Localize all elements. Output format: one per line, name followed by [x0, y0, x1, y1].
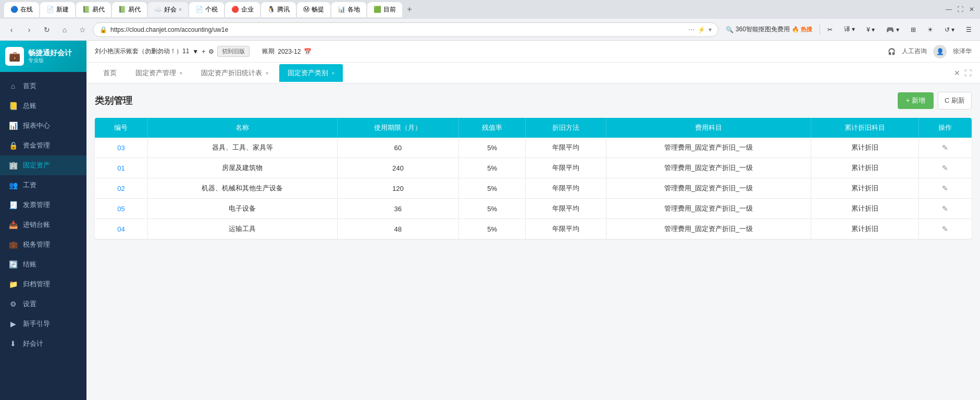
settings-header-icon[interactable]: ⚙ [208, 48, 214, 55]
game-tool[interactable]: 🎮 ▾ [882, 22, 903, 37]
sidebar-item-closing[interactable]: 🔄 结账 [0, 254, 86, 274]
sidebar-item-invoice[interactable]: 🧾 发票管理 [0, 195, 86, 215]
browser-tab-muqian[interactable]: 🟩 目前 [367, 2, 402, 17]
refresh-nav-button[interactable]: ↻ [40, 22, 54, 37]
sidebar-item-funds[interactable]: 🔒 资金管理 [0, 136, 86, 155]
browser-tab-haohui[interactable]: ☁️ 好会 × [148, 2, 188, 17]
menu-button[interactable]: ☰ [962, 22, 976, 37]
tab-label: 腾讯 [277, 5, 290, 14]
switch-version-button[interactable]: 切到旧版 [217, 46, 250, 57]
scissors-tool[interactable]: ✂ [823, 22, 837, 37]
calendar-icon[interactable]: 📅 [304, 48, 312, 55]
cell-residual: 5% [458, 199, 526, 219]
search-bar[interactable]: 🔍 360智能抠图免费用 🔥 热搜 [722, 22, 816, 37]
tab-home[interactable]: 首页 [95, 64, 125, 82]
edit-icon[interactable]: ✎ [942, 225, 948, 233]
add-company-button[interactable]: + [202, 48, 205, 55]
browser-tab-qiye[interactable]: 🔴 企业 [225, 2, 260, 17]
maximize-window-button[interactable]: ⛶ [956, 5, 964, 14]
sidebar-item-home[interactable]: ⌂ 首页 [0, 76, 86, 96]
minimize-window-button[interactable]: — [945, 5, 953, 14]
close-window-button[interactable]: ✕ [967, 5, 976, 14]
browser-tab-yid2[interactable]: 📗 易代 [112, 2, 147, 17]
support-label[interactable]: 人工咨询 [902, 47, 927, 56]
currency-tool[interactable]: ¥ ▾ [862, 22, 879, 37]
cell-action[interactable]: ✎ [919, 138, 972, 158]
expand-tab-icon[interactable]: ⛶ [964, 69, 972, 77]
closing-icon: 🔄 [8, 260, 18, 269]
layout-tool[interactable]: ⊞ [907, 22, 920, 37]
bookmark-button[interactable]: ☆ [75, 22, 90, 37]
cell-name: 电子设备 [147, 199, 337, 219]
sun-tool[interactable]: ☀ [923, 22, 937, 37]
cell-action[interactable]: ✎ [919, 178, 972, 199]
tab-close-icon[interactable]: × [265, 70, 268, 76]
content-tabs: 首页 固定资产管理 × 固定资产折旧统计表 × 固定资产类别 × ✕ ⛶ [86, 63, 980, 83]
table-row: 01 房屋及建筑物 240 5% 年限平均 管理费用_固定资产折旧_一级 累计折… [95, 158, 972, 178]
tab-favicon: 🟩 [374, 6, 381, 13]
cell-action[interactable]: ✎ [919, 199, 972, 219]
browser-tab-tengxun[interactable]: 🐧 腾讯 [261, 2, 296, 17]
cell-accum: 累计折旧 [811, 219, 919, 239]
invoice-icon: 🧾 [8, 200, 18, 210]
sidebar-item-ledger[interactable]: 📒 总账 [0, 96, 86, 116]
cell-code[interactable]: 05 [95, 199, 147, 219]
sidebar-item-tax[interactable]: 💼 税务管理 [0, 235, 86, 254]
dropdown-arrow-icon: ▼ [192, 48, 199, 55]
refresh-button[interactable]: C 刷新 [938, 92, 972, 110]
sidebar-item-more[interactable]: ⬇ 好会计 [0, 334, 86, 354]
tab-close-icon[interactable]: × [179, 70, 182, 76]
sidebar-item-guide[interactable]: ▶ 新手引导 [0, 314, 86, 334]
app-header: 刘小艳演示账套（勿删勿动！）11 ▼ + ⚙ 切到旧版 账期 2023-12 📅… [86, 41, 980, 63]
sidebar-item-archive[interactable]: 📁 归档管理 [0, 274, 86, 294]
browser-tab-gedi[interactable]: 📊 各地 [331, 2, 366, 17]
browser-tab-zaix[interactable]: 🔵 在线 [4, 2, 39, 17]
sidebar-item-settings[interactable]: ⚙ 设置 [0, 294, 86, 314]
edit-icon[interactable]: ✎ [942, 164, 948, 172]
tab-label: 新建 [56, 5, 69, 14]
address-bar[interactable]: 🔒 https://cloud.chanjet.com/accounting/u… [93, 22, 718, 37]
home-nav-button[interactable]: ⌂ [57, 22, 72, 37]
browser-tab-geshui[interactable]: 📄 个税 [189, 2, 224, 17]
sidebar-item-label: 好会计 [23, 339, 43, 348]
cell-action[interactable]: ✎ [919, 219, 972, 239]
tab-asset-categories[interactable]: 固定资产类别 × [279, 64, 343, 82]
undo-tool[interactable]: ↺ ▾ [940, 22, 959, 37]
cell-code[interactable]: 01 [95, 158, 147, 178]
user-display-name: 徐泽华 [953, 47, 972, 56]
close-tab-icon[interactable]: ✕ [954, 69, 960, 77]
sidebar-item-label: 工资 [23, 180, 36, 190]
edit-icon[interactable]: ✎ [942, 143, 948, 152]
tab-favicon: Ⓜ [303, 5, 309, 14]
table-row: 02 机器、机械和其他生产设备 120 5% 年限平均 管理费用_固定资产折旧_… [95, 178, 972, 199]
translate-tool[interactable]: 译 ▾ [840, 22, 859, 37]
toolbar-divider [820, 25, 820, 35]
tab-close-icon[interactable]: × [179, 7, 182, 13]
stock-icon: 📥 [8, 220, 18, 229]
tab-depreciation-stats-label: 固定资产折旧统计表 [201, 68, 262, 78]
edit-icon[interactable]: ✎ [942, 204, 948, 213]
forward-button[interactable]: › [22, 22, 36, 37]
browser-tab-new[interactable]: 📄 新建 [40, 2, 75, 17]
settings-icon: ⚙ [8, 299, 18, 309]
add-category-button[interactable]: + 新增 [898, 92, 934, 109]
tab-depreciation-stats[interactable]: 固定资产折旧统计表 × [193, 64, 277, 82]
tab-favicon: 📗 [118, 6, 126, 13]
sidebar-item-label: 税务管理 [23, 240, 50, 249]
sidebar-item-fixed-assets[interactable]: 🏢 固定资产 [0, 155, 86, 175]
cell-code[interactable]: 03 [95, 138, 147, 158]
cell-action[interactable]: ✎ [919, 158, 972, 178]
tab-fixed-assets-mgmt[interactable]: 固定资产管理 × [127, 64, 191, 82]
sidebar-item-stock[interactable]: 📥 进销台账 [0, 215, 86, 235]
tab-close-icon[interactable]: × [331, 70, 334, 76]
browser-tab-changt[interactable]: Ⓜ 畅提 [297, 2, 330, 17]
cell-residual: 5% [458, 178, 526, 199]
browser-tab-yid1[interactable]: 📗 易代 [76, 2, 111, 17]
new-tab-button[interactable]: + [403, 3, 416, 16]
edit-icon[interactable]: ✎ [942, 184, 948, 192]
cell-code[interactable]: 02 [95, 178, 147, 199]
sidebar-item-payroll[interactable]: 👥 工资 [0, 175, 86, 195]
back-button[interactable]: ‹ [4, 22, 19, 37]
sidebar-item-reports[interactable]: 📊 报表中心 [0, 116, 86, 136]
cell-code[interactable]: 04 [95, 219, 147, 239]
